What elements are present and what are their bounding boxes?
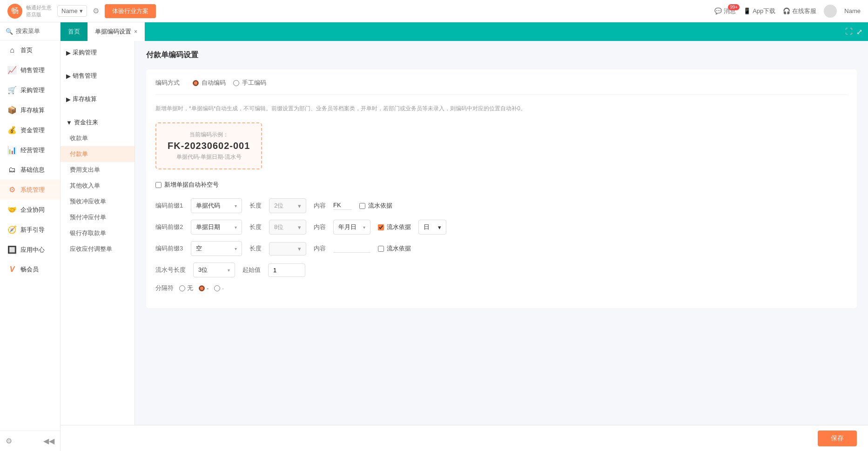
length3-select[interactable]: ▾	[269, 242, 306, 256]
auto-fill-checkbox-row[interactable]: 新增单据自动补空号	[155, 181, 848, 189]
sub-sidebar-item-prepay-receipt[interactable]: 预收冲应收单	[61, 194, 135, 209]
sub-sidebar-item-other-income[interactable]: 其他收入单	[61, 178, 135, 194]
sidebar-item-member[interactable]: V 畅会员	[0, 260, 60, 279]
prefix3-select[interactable]: 空 ▾	[191, 241, 242, 256]
preview-box-label: 当前编码示例：	[168, 131, 250, 139]
preview-code: FK-20230602-001	[168, 141, 250, 151]
sub-sidebar-item-adjust[interactable]: 应收应付调整单	[61, 241, 135, 257]
prefix2-row: 编码前缀2 单据日期 ▾ 长度 8位 ▾ 内容 年月日	[155, 220, 848, 235]
tab-fullscreen-icon[interactable]: ⤢	[856, 27, 862, 36]
sub-sidebar-group-title-purchase[interactable]: ▶ 采购管理	[61, 45, 135, 61]
sidebar-item-purchase[interactable]: 🛒 采购管理	[0, 80, 60, 100]
length1-label: 长度	[249, 202, 262, 210]
tab-encoding-settings[interactable]: 单据编码设置 ×	[87, 22, 145, 41]
sub-sidebar-item-bank-deposit[interactable]: 银行存取款单	[61, 225, 135, 241]
preview-box: 当前编码示例： FK-20230602-001 单据代码-单据日期-流水号	[155, 122, 262, 169]
serial1-checkbox-item[interactable]: 流水依据	[359, 202, 392, 210]
system-icon: ⚙	[7, 185, 17, 194]
chevron-down-icon: ▾	[80, 7, 83, 14]
prefix2-select[interactable]: 单据日期 ▾	[191, 220, 242, 235]
sep-none-option[interactable]: 无	[179, 284, 193, 292]
sidebar-item-operations[interactable]: 📊 经营管理	[0, 140, 60, 160]
settings-icon[interactable]: ⚙	[93, 7, 99, 15]
sidebar-item-sales[interactable]: 📈 销售管理	[0, 60, 60, 80]
sub-sidebar-item-expense[interactable]: 费用支出单	[61, 162, 135, 178]
encoding-method-label: 编码方式	[155, 79, 183, 87]
company-selector[interactable]: Name ▾	[57, 5, 87, 17]
phone-icon: 📱	[743, 7, 751, 14]
sidebar-item-apps[interactable]: 🔲 应用中心	[0, 240, 60, 260]
tab-expand-icon[interactable]: ⛶	[845, 27, 853, 36]
logo-area: 畅 畅通好生意 搭店版	[7, 4, 52, 19]
message-badge: 99+	[728, 4, 740, 10]
headset-icon: 🎧	[783, 7, 790, 14]
sep-dot-radio[interactable]	[214, 285, 220, 291]
sep-dot-option[interactable]: ·	[214, 285, 224, 292]
guide-icon: 🧭	[7, 225, 17, 234]
collapse-icon[interactable]: ◀◀	[43, 437, 54, 445]
sub-sidebar-item-receipts[interactable]: 收款单	[61, 130, 135, 146]
auto-radio-input[interactable]	[193, 80, 199, 86]
user-name: Name	[844, 7, 861, 14]
sidebar-item-home[interactable]: ⌂ 首页	[0, 40, 60, 60]
main-layout: 🔍 搜索菜单 ⌂ 首页 📈 销售管理 🛒 采购管理 📦 库存核算 💰 资	[0, 22, 868, 451]
info-text: 新增单据时，*单据编码*自动生成，不可编辑。前缀设置为部门、业务员等档案类，开单…	[155, 104, 848, 113]
sep-dash-option[interactable]: -	[199, 285, 209, 292]
tab-close-icon[interactable]: ×	[134, 28, 137, 35]
sidebar-item-basic[interactable]: 🗂 基础信息	[0, 160, 60, 180]
serial3-checkbox[interactable]	[378, 246, 384, 252]
sub-sidebar-group-title-sales[interactable]: ▶ 销售管理	[61, 68, 135, 84]
day-select[interactable]: 日 ▾	[418, 220, 446, 235]
sep-dash-radio[interactable]	[199, 285, 205, 291]
length1-select[interactable]: 2位 ▾	[269, 198, 306, 213]
auto-fill-checkbox[interactable]	[155, 182, 161, 188]
online-service-item[interactable]: 🎧 在线客服	[783, 7, 816, 15]
save-button[interactable]: 保存	[818, 431, 857, 446]
sidebar-item-guide[interactable]: 🧭 新手引导	[0, 220, 60, 240]
chevron-right-icon-3: ▶	[66, 96, 71, 103]
content2-label: 内容	[314, 223, 326, 231]
search-icon: 🔍	[6, 28, 13, 35]
content-area: 首页 单据编码设置 × ⛶ ⤢ ▶ 采购管理	[61, 22, 868, 451]
sidebar-search[interactable]: 🔍 搜索菜单	[0, 22, 60, 40]
sidebar-item-system[interactable]: ⚙ 系统管理	[0, 180, 60, 200]
sub-sidebar-item-payment[interactable]: 付款单	[61, 146, 135, 162]
app-download-item[interactable]: 📱 App下载	[743, 7, 775, 15]
sep-none-radio[interactable]	[179, 285, 185, 291]
sub-layout: ▶ 采购管理 ▶ 销售管理 ▶ 库存核算	[61, 41, 868, 425]
settings-bottom-icon[interactable]: ⚙	[6, 437, 12, 445]
message-item[interactable]: 💬 消息 99+	[714, 7, 736, 15]
separator-row: 分隔符 无 - ·	[155, 284, 848, 292]
top-bar-left: 畅 畅通好生意 搭店版 Name ▾ ⚙ 体验行业方案	[7, 4, 156, 19]
sidebar-item-inventory[interactable]: 📦 库存核算	[0, 100, 60, 120]
tab-home[interactable]: 首页	[61, 22, 87, 41]
auto-radio-item[interactable]: 自动编码	[193, 79, 226, 87]
manual-radio-input[interactable]	[233, 80, 239, 86]
sidebar-item-enterprise[interactable]: 🤝 企业协同	[0, 200, 60, 220]
logo-text: 畅通好生意 搭店版	[26, 4, 52, 18]
serial1-checkbox[interactable]	[359, 203, 365, 209]
experience-button[interactable]: 体验行业方案	[105, 4, 156, 18]
user-avatar[interactable]	[824, 5, 837, 18]
serial-length-row: 流水号长度 3位 ▾ 起始值	[155, 263, 848, 277]
content2-arrow-icon: ▾	[363, 225, 365, 230]
sales-icon: 📈	[7, 66, 17, 74]
sub-sidebar-group-title-finance[interactable]: ▼ 资金往来	[61, 114, 135, 130]
prefix2-arrow-icon: ▾	[235, 225, 237, 230]
prefix3-arrow-icon: ▾	[235, 246, 237, 251]
serial2-checkbox[interactable]	[378, 224, 384, 230]
serial-length-select[interactable]: 3位 ▾	[193, 263, 235, 277]
serial2-checkbox-item[interactable]: 流水依据	[378, 223, 411, 231]
manual-radio-item[interactable]: 手工编码	[233, 79, 266, 87]
sub-sidebar-item-prepay-pay[interactable]: 预付冲应付单	[61, 209, 135, 225]
content2-select[interactable]: 年月日 ▾	[333, 220, 370, 235]
start-value-input[interactable]	[268, 263, 305, 277]
sub-sidebar-group-title-inventory[interactable]: ▶ 库存核算	[61, 91, 135, 107]
sidebar-item-finance[interactable]: 💰 资金管理	[0, 120, 60, 140]
encoding-method-radio-group: 自动编码 手工编码	[193, 79, 266, 87]
sub-sidebar: ▶ 采购管理 ▶ 销售管理 ▶ 库存核算	[61, 41, 135, 425]
serial3-checkbox-item[interactable]: 流水依据	[378, 244, 411, 253]
prefix1-select[interactable]: 单据代码 ▾	[191, 198, 242, 213]
length2-select[interactable]: 8位 ▾	[269, 220, 306, 235]
logo-icon: 畅	[7, 4, 22, 19]
